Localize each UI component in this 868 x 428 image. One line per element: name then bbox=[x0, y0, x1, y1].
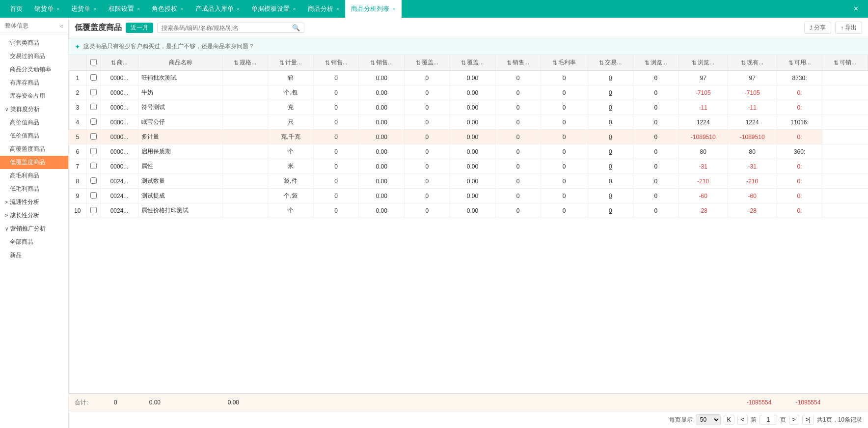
sidebar-item-sales-goods[interactable]: 销售类商品 bbox=[0, 36, 68, 50]
th-gross[interactable]: ⇅ 毛利率 bbox=[541, 55, 588, 71]
sidebar-collapse-icon[interactable]: « bbox=[60, 23, 63, 29]
nav-sales-order[interactable]: 销货单 × bbox=[28, 0, 65, 18]
th-available-stock[interactable]: ⇅ 可用... bbox=[777, 55, 822, 71]
browse-link[interactable]: 0 bbox=[609, 148, 612, 155]
th-trade[interactable]: ⇅ 交易... bbox=[588, 55, 633, 71]
th-browse2[interactable]: ⇅ 浏览... bbox=[678, 55, 728, 71]
cell-unit: 个 bbox=[268, 144, 314, 159]
footer-col4: 0.00 bbox=[214, 397, 253, 408]
cell-name: 牛奶 bbox=[138, 86, 222, 100]
prev-page-button[interactable]: < bbox=[737, 415, 748, 425]
sidebar-item-new-goods[interactable]: 新品 bbox=[0, 249, 68, 262]
cell-col3: 0 bbox=[404, 144, 450, 159]
sidebar-item-stocked-goods[interactable]: 有库存商品 bbox=[0, 76, 68, 89]
page-number-input[interactable] bbox=[760, 415, 777, 425]
nav-template-close[interactable]: × bbox=[293, 6, 296, 12]
search-input[interactable] bbox=[162, 25, 292, 31]
row-checkbox-6[interactable] bbox=[90, 163, 97, 169]
th-sales3[interactable]: ⇅ 销售... bbox=[495, 55, 541, 71]
next-page-button[interactable]: > bbox=[789, 415, 799, 425]
row-checkbox-2[interactable] bbox=[90, 104, 97, 110]
th-check bbox=[86, 55, 100, 71]
row-checkbox-9[interactable] bbox=[90, 207, 97, 213]
nav-product-close[interactable]: × bbox=[237, 6, 240, 12]
cell-col10: -1089510 bbox=[728, 130, 777, 144]
row-checkbox-0[interactable] bbox=[90, 74, 97, 81]
cell-num: 3 bbox=[69, 100, 86, 115]
cell-col10: 80 bbox=[728, 144, 777, 159]
browse-link[interactable]: 0 bbox=[609, 193, 612, 200]
th-cover2[interactable]: ⇅ 覆盖... bbox=[450, 55, 495, 71]
sidebar-item-all-goods[interactable]: 全部商品 bbox=[0, 235, 68, 249]
cell-check bbox=[86, 203, 100, 218]
window-close-button[interactable]: × bbox=[848, 4, 864, 13]
th-sellable[interactable]: ⇅ 可销... bbox=[822, 55, 868, 71]
nav-purchase-close[interactable]: × bbox=[93, 6, 96, 12]
sidebar-item-high-profit[interactable]: 高毛利商品 bbox=[0, 169, 68, 182]
sidebar-item-traded-goods[interactable]: 交易过的商品 bbox=[0, 50, 68, 63]
row-checkbox-1[interactable] bbox=[90, 89, 97, 95]
cell-name: 眠宝公仔 bbox=[138, 115, 222, 130]
browse-link[interactable]: 0 bbox=[609, 89, 612, 96]
share-button[interactable]: ⤴ 分享 bbox=[804, 22, 831, 34]
sidebar-item-stock-capital[interactable]: 库存资金占用 bbox=[0, 89, 68, 103]
row-checkbox-5[interactable] bbox=[90, 148, 97, 154]
time-filter-button[interactable]: 近一月 bbox=[126, 23, 153, 33]
row-checkbox-7[interactable] bbox=[90, 177, 97, 184]
sidebar-group-class-analysis[interactable]: ∨ 类群度分析 bbox=[0, 103, 68, 116]
th-current-stock[interactable]: ⇅ 现有... bbox=[728, 55, 777, 71]
th-cover1[interactable]: ⇅ 覆盖... bbox=[404, 55, 450, 71]
th-col0[interactable]: ⇅ 商... bbox=[100, 55, 138, 71]
browse-link[interactable]: 0 bbox=[609, 163, 612, 170]
row-checkbox-3[interactable] bbox=[90, 118, 97, 125]
nav-product-analysis-list[interactable]: 商品分析列表 × bbox=[345, 0, 401, 18]
last-page-button[interactable]: >| bbox=[802, 415, 814, 425]
sidebar-group-growth-analysis[interactable]: > 成长性分析 bbox=[0, 209, 68, 222]
nav-template-settings[interactable]: 单据模板设置 × bbox=[245, 0, 301, 18]
row-checkbox-8[interactable] bbox=[90, 192, 97, 199]
sidebar-item-category-rate[interactable]: 商品分类动销率 bbox=[0, 63, 68, 76]
nav-role-auth[interactable]: 角色授权 × bbox=[146, 0, 189, 18]
th-sales1[interactable]: ⇅ 销售... bbox=[313, 55, 359, 71]
nav-purchase-order[interactable]: 进货单 × bbox=[65, 0, 102, 18]
sidebar-item-high-coverage[interactable]: 高覆盖度商品 bbox=[0, 143, 68, 156]
browse-link[interactable]: 0 bbox=[609, 134, 612, 141]
sidebar-item-low-profit[interactable]: 低毛利商品 bbox=[0, 182, 68, 196]
nav-analysis-list-close[interactable]: × bbox=[392, 6, 395, 12]
pagination-bar: 每页显示 50 10 20 100 K < 第 页 > >| 共1页，10条记录 bbox=[69, 411, 868, 428]
nav-product-entry[interactable]: 产成品入库单 × bbox=[190, 0, 245, 18]
nav-product-analysis[interactable]: 商品分析 × bbox=[302, 0, 345, 18]
nav-home[interactable]: 首页 bbox=[4, 0, 28, 18]
browse-link[interactable]: 0 bbox=[609, 119, 612, 126]
select-all-checkbox[interactable] bbox=[90, 59, 97, 65]
nav-sales-order-close[interactable]: × bbox=[56, 6, 59, 12]
nav-permission-settings[interactable]: 权限设置 × bbox=[103, 0, 146, 18]
th-spec[interactable]: ⇅ 规格... bbox=[222, 55, 268, 71]
first-page-button[interactable]: K bbox=[724, 415, 734, 425]
cell-col5: 0 bbox=[495, 100, 541, 115]
sidebar-item-low-value[interactable]: 低价值商品 bbox=[0, 129, 68, 143]
sidebar-item-low-coverage[interactable]: 低覆盖度商品 bbox=[0, 156, 68, 169]
sidebar-item-high-value[interactable]: 高价值商品 bbox=[0, 116, 68, 129]
th-unit-sort-icon: ⇅ bbox=[279, 59, 284, 66]
cell-col4: 0.00 bbox=[450, 71, 495, 86]
search-icon[interactable]: 🔍 bbox=[292, 24, 300, 31]
browse-link[interactable]: 0 bbox=[609, 207, 612, 214]
nav-role-close[interactable]: × bbox=[180, 6, 183, 12]
cell-col11: 0: bbox=[777, 203, 822, 218]
th-sales2[interactable]: ⇅ 销售... bbox=[359, 55, 405, 71]
cell-col10: -60 bbox=[728, 189, 777, 203]
browse-link[interactable]: 0 bbox=[609, 178, 612, 185]
browse-link[interactable]: 0 bbox=[609, 75, 612, 82]
browse-link[interactable]: 0 bbox=[609, 104, 612, 111]
nav-permission-close[interactable]: × bbox=[137, 6, 140, 12]
th-unit[interactable]: ⇅ 计量... bbox=[268, 55, 314, 71]
row-checkbox-4[interactable] bbox=[90, 133, 97, 140]
footer-col10: -1095554 bbox=[784, 397, 833, 408]
sidebar-group-marketing-analysis[interactable]: ∨ 营销推广分析 bbox=[0, 222, 68, 235]
nav-analysis-close[interactable]: × bbox=[336, 6, 339, 12]
th-browse1[interactable]: ⇅ 浏览... bbox=[633, 55, 679, 71]
export-button[interactable]: ↑ 导出 bbox=[835, 22, 862, 34]
sidebar-group-flow-analysis[interactable]: > 流通性分析 bbox=[0, 196, 68, 209]
page-size-select[interactable]: 50 10 20 100 bbox=[696, 414, 721, 425]
